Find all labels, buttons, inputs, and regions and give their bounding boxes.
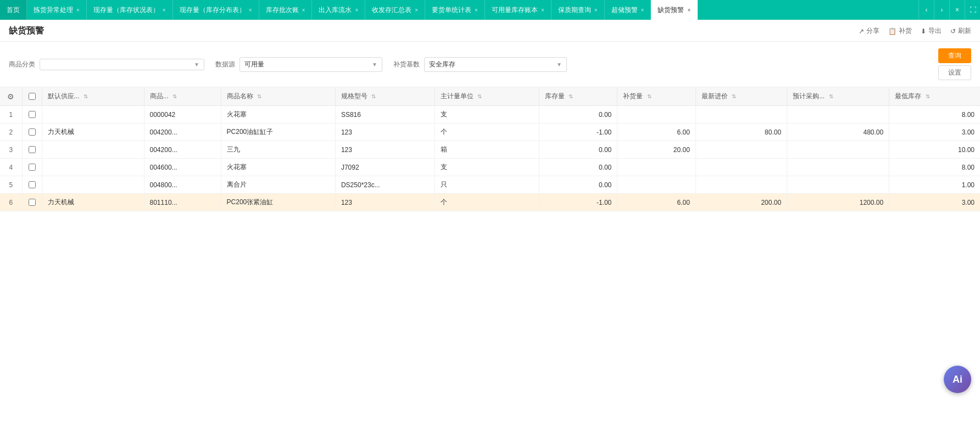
cell-stock: -1.00	[539, 194, 617, 211]
query-button[interactable]: 查询	[938, 48, 971, 63]
th-latest-price[interactable]: 最新进价 ⇅	[695, 87, 787, 106]
nav-tab-expiry-close[interactable]: ×	[594, 7, 598, 13]
nav-tab-avail-close[interactable]: ×	[541, 7, 544, 13]
category-select[interactable]: ▼	[40, 59, 204, 70]
page-content: 缺货预警 ↗ 分享 📋 补货 ⬇ 导出 ↺ 刷新 商品分类	[0, 20, 980, 437]
th-spec[interactable]: 规格型号 ⇅	[335, 87, 435, 106]
category-select-arrow-icon: ▼	[194, 61, 199, 68]
cell-product-name: 离合片	[221, 176, 335, 194]
nav-tab-order-stat-close[interactable]: ×	[475, 7, 478, 13]
nav-tab-expiry[interactable]: 保质期查询 ×	[552, 0, 605, 20]
nav-tab-shortage[interactable]: 缺货预警 ×	[651, 0, 698, 20]
cell-latest-price	[695, 176, 787, 194]
row-checkbox[interactable]	[29, 181, 36, 188]
category-filter-label: 商品分类	[9, 60, 35, 69]
nav-tab-exception[interactable]: 拣货异常处理 ×	[27, 0, 87, 20]
nav-tab-overstock-label: 超储预警	[611, 5, 638, 15]
th-product-name-sort-icon: ⇅	[257, 93, 261, 99]
th-replenish-qty[interactable]: 补货量 ⇅	[617, 87, 696, 106]
header-actions: ↗ 分享 📋 补货 ⬇ 导出 ↺ 刷新	[859, 26, 971, 36]
th-product-code[interactable]: 商品... ⇅	[144, 87, 221, 106]
th-product-code-sort-icon: ⇅	[172, 93, 177, 99]
th-latest-price-sort-icon: ⇅	[732, 93, 736, 99]
nav-tab-stock-status-label: 现存量（库存状况表）	[93, 5, 159, 15]
filter-bar: 商品分类 ▼ 数据源 可用量 ▼ 补货基数 安全库存 ▼ 查询 设置	[0, 42, 980, 87]
nav-tab-home[interactable]: 首页	[0, 0, 27, 20]
refresh-label: 刷新	[958, 26, 971, 36]
cell-stock: 0.00	[539, 141, 617, 159]
th-min-stock[interactable]: 最低库存 ⇅	[889, 87, 980, 106]
row-checkbox[interactable]	[29, 199, 36, 206]
cell-checkbox	[22, 106, 42, 124]
nav-tab-batch[interactable]: 库存批次账 ×	[259, 0, 313, 20]
share-icon: ↗	[859, 27, 864, 35]
nav-tab-stock-dist[interactable]: 现存量（库存分布表） ×	[173, 0, 259, 20]
replenish-base-filter-group: 补货基数 安全库存 ▼	[393, 57, 567, 72]
cell-replenish-qty: 20.00	[617, 141, 696, 159]
row-checkbox[interactable]	[29, 111, 36, 118]
row-checkbox[interactable]	[29, 164, 36, 171]
cell-latest-price: 80.00	[695, 124, 787, 141]
nav-tab-overstock-close[interactable]: ×	[641, 7, 644, 13]
nav-fullscreen-button[interactable]: ⛶	[965, 0, 980, 20]
cell-row-num: 5	[0, 176, 22, 194]
cell-checkbox	[22, 176, 42, 194]
nav-tab-exception-close[interactable]: ×	[76, 7, 80, 13]
nav-tab-order-stat[interactable]: 要货单统计表 ×	[425, 0, 485, 20]
th-product-name[interactable]: 商品名称 ⇅	[221, 87, 335, 106]
nav-tab-inout[interactable]: 出入库流水 ×	[312, 0, 365, 20]
nav-tab-inout-close[interactable]: ×	[355, 7, 358, 13]
settings-button[interactable]: 设置	[938, 65, 971, 80]
cell-replenish-qty: 6.00	[617, 124, 696, 141]
replenish-base-select[interactable]: 安全库存 ▼	[424, 57, 567, 72]
th-default-supplier[interactable]: 默认供应... ⇅	[42, 87, 144, 106]
datasource-select[interactable]: 可用量 ▼	[240, 57, 382, 72]
nav-arrows: ‹ › × ⛶	[918, 0, 980, 20]
refresh-button[interactable]: ↺ 刷新	[950, 26, 971, 36]
share-label: 分享	[866, 26, 879, 36]
nav-tab-shortage-close[interactable]: ×	[687, 7, 691, 13]
nav-next-button[interactable]: ›	[934, 0, 949, 20]
nav-tab-stock-status[interactable]: 现存量（库存状况表） ×	[87, 0, 173, 20]
cell-unit: 箱	[435, 141, 539, 159]
nav-tab-exception-label: 拣货异常处理	[34, 5, 73, 15]
cell-product-code: 004200...	[144, 124, 221, 141]
cell-latest-price	[695, 159, 787, 176]
th-stock[interactable]: 库存量 ⇅	[539, 87, 617, 106]
export-button[interactable]: ⬇ 导出	[921, 26, 942, 36]
row-checkbox[interactable]	[29, 146, 36, 153]
table-row: 2 力天机械 004200... PC200油缸缸子 123 个 -1.00 6…	[0, 124, 980, 141]
nav-tab-order-stat-label: 要货单统计表	[432, 5, 471, 15]
cell-latest-price	[695, 141, 787, 159]
nav-tab-collect-close[interactable]: ×	[415, 7, 418, 13]
nav-tab-overstock[interactable]: 超储预警 ×	[605, 0, 652, 20]
ai-badge-label: Ai	[953, 374, 962, 385]
nav-prev-button[interactable]: ‹	[918, 0, 934, 20]
nav-tab-avail[interactable]: 可用量库存账本 ×	[485, 0, 552, 20]
cell-replenish-qty: 6.00	[617, 194, 696, 211]
data-table: ⚙ 默认供应... ⇅ 商品... ⇅ 商品名称 ⇅	[0, 87, 980, 211]
nav-tab-expiry-label: 保质期查询	[558, 5, 591, 15]
cell-product-code: 004600...	[144, 159, 221, 176]
row-checkbox[interactable]	[29, 128, 36, 136]
gear-icon[interactable]: ⚙	[7, 92, 14, 101]
datasource-select-text: 可用量	[244, 60, 372, 69]
cell-row-num: 4	[0, 159, 22, 176]
th-gear[interactable]: ⚙	[0, 87, 22, 106]
share-button[interactable]: ↗ 分享	[859, 26, 879, 36]
ai-assistant-button[interactable]: Ai	[944, 366, 971, 393]
cell-product-code: 0000042	[144, 106, 221, 124]
table-row: 4 004600... 火花塞 J7092 支 0.00 8.00	[0, 159, 980, 176]
cell-est-purchase	[787, 141, 889, 159]
nav-close-button[interactable]: ×	[949, 0, 965, 20]
nav-tab-batch-close[interactable]: ×	[302, 7, 305, 13]
th-est-purchase[interactable]: 预计采购... ⇅	[787, 87, 889, 106]
select-all-checkbox[interactable]	[29, 93, 36, 100]
th-latest-price-label: 最新进价	[701, 92, 728, 100]
nav-tab-stock-dist-close[interactable]: ×	[249, 7, 252, 13]
nav-tab-stock-status-close[interactable]: ×	[163, 7, 166, 13]
replenish-button[interactable]: 📋 补货	[888, 26, 912, 36]
th-unit[interactable]: 主计量单位 ⇅	[435, 87, 539, 106]
cell-default-supplier	[42, 106, 144, 124]
nav-tab-collect[interactable]: 收发存汇总表 ×	[365, 0, 425, 20]
